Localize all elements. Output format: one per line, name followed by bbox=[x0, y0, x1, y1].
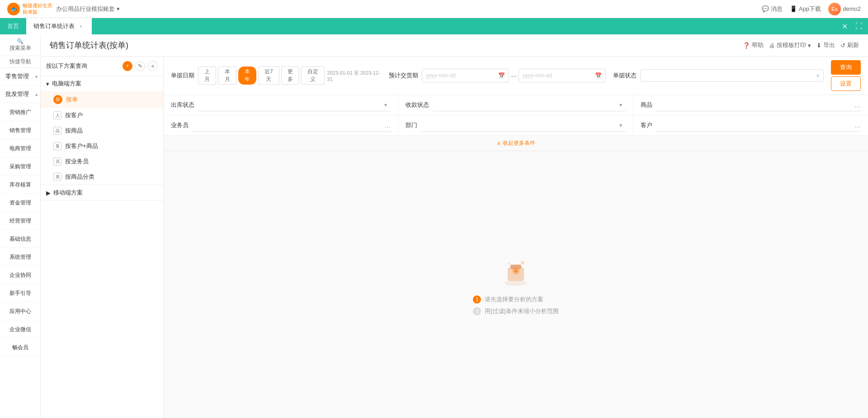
date-custom-btn[interactable]: 自定义 bbox=[301, 66, 325, 85]
scheme-item-by-order[interactable]: 按 按单 bbox=[41, 91, 163, 108]
sidebar-item-inventory[interactable]: 库存核算 bbox=[0, 176, 40, 194]
expand-view-btn[interactable]: ⛶ bbox=[854, 21, 864, 32]
scheme-panel: 按以下方案查询 + ✎ « ▾ 电脑端方案 bbox=[41, 57, 164, 418]
customer-cell: 客户 … bbox=[633, 115, 868, 135]
edit-scheme-btn[interactable]: ✎ bbox=[135, 61, 145, 71]
chevron-down-icon: ▾ bbox=[46, 81, 49, 87]
order-status-select[interactable]: ▾ bbox=[640, 69, 824, 82]
scheme-group-mobile-title[interactable]: ▶ 移动端方案 bbox=[41, 185, 163, 200]
page-title: 销售订单统计表(按单) bbox=[50, 40, 128, 56]
sidebar-item-marketing[interactable]: 营销推广 bbox=[0, 103, 40, 121]
tab-bar-actions: ✕ ⛶ bbox=[839, 21, 868, 32]
sidebar-item-sales[interactable]: 销售管理 bbox=[0, 121, 40, 139]
salesperson-input[interactable]: … bbox=[192, 119, 391, 132]
salesperson-cell: 业务员 … bbox=[164, 115, 398, 135]
tab-bar: 首页 销售订单统计表 × ✕ ⛶ bbox=[0, 18, 868, 34]
sidebar-item-basic[interactable]: 基础信息 bbox=[0, 230, 40, 248]
sidebar-item-retail[interactable]: 零售管理 ▾ bbox=[0, 68, 40, 86]
salesperson-label: 业务员 bbox=[171, 121, 189, 129]
dropdown-icon: ▾ bbox=[619, 102, 622, 108]
right-panel: 单据日期 上月 本月 本年 近7天 更多 自定义 2023-01-01 至 20… bbox=[164, 57, 868, 418]
print-btn[interactable]: 🖨 按模板打印 ▾ bbox=[769, 41, 811, 49]
scheme-icon-category: 类 bbox=[53, 173, 61, 181]
sidebar-item-appstore[interactable]: 应用中心 bbox=[0, 302, 40, 320]
sidebar-search[interactable]: 🔍 搜索菜单 bbox=[0, 34, 40, 56]
scheme-icon-cust-goods: 复 bbox=[53, 142, 61, 150]
scheme-panel-header: 按以下方案查询 + ✎ « bbox=[41, 57, 163, 76]
payment-status-select[interactable]: ▾ bbox=[433, 99, 625, 111]
sidebar-item-ecommerce[interactable]: 电商管理 bbox=[0, 139, 40, 157]
shipment-status-cell: 出库状态 ▾ bbox=[164, 95, 398, 115]
query-btn[interactable]: 查询 bbox=[831, 60, 861, 75]
expected-delivery-label: 预计交货期 bbox=[389, 71, 418, 80]
scheme-item-by-customer[interactable]: 人 按客户 bbox=[41, 108, 163, 123]
logo-icon: 🐟 bbox=[7, 3, 20, 15]
setting-btn[interactable]: 设置 bbox=[831, 76, 861, 91]
add-scheme-btn[interactable]: + bbox=[123, 61, 132, 71]
collapse-up-icon: ∧ bbox=[497, 140, 501, 147]
sidebar-item-newbie[interactable]: 新手引导 bbox=[0, 284, 40, 302]
department-cell: 部门 ▾ bbox=[398, 115, 633, 135]
tab-sales-order-stats[interactable]: 销售订单统计表 × bbox=[26, 18, 92, 34]
date-last-month-btn[interactable]: 上月 bbox=[198, 66, 216, 85]
calendar-icon-end: 📅 bbox=[595, 72, 602, 79]
department-select[interactable]: ▾ bbox=[421, 119, 625, 132]
app-download-btn[interactable]: 📱 App下载 bbox=[790, 5, 821, 13]
dropdown-arrow-icon: ▾ bbox=[816, 72, 820, 79]
avatar: Ea bbox=[828, 3, 841, 15]
split-view: 按以下方案查询 + ✎ « ▾ 电脑端方案 bbox=[41, 57, 868, 418]
date-this-year-btn[interactable]: 本年 bbox=[238, 66, 256, 85]
page-header: 销售订单统计表(按单) ❓ 帮助 🖨 按模板打印 ▾ ⬇ 导出 ↺ 刷新 bbox=[41, 34, 868, 57]
message-btn[interactable]: 💬 消息 bbox=[762, 5, 783, 13]
sidebar-item-enterprise[interactable]: 企业协同 bbox=[0, 266, 40, 284]
date-7days-btn[interactable]: 近7天 bbox=[258, 66, 279, 85]
export-btn[interactable]: ⬇ 导出 bbox=[816, 41, 835, 49]
payment-status-label: 收款状态 bbox=[406, 101, 429, 109]
delivery-date-end[interactable]: yyyy-mm-dd 📅 bbox=[519, 69, 606, 82]
customer-input[interactable]: … bbox=[656, 119, 861, 132]
collapse-scheme-btn[interactable]: « bbox=[148, 61, 158, 71]
order-status-label: 单据状态 bbox=[613, 71, 637, 80]
chevron-down-icon: ▾ bbox=[35, 74, 38, 79]
date-more-btn[interactable]: 更多 bbox=[281, 66, 299, 85]
scheme-icon-salesperson: 员 bbox=[53, 157, 61, 166]
department-label: 部门 bbox=[406, 121, 417, 129]
sidebar-item-system[interactable]: 系统管理 bbox=[0, 248, 40, 266]
scheme-item-by-customer-goods[interactable]: 复 按客户+商品 bbox=[41, 138, 163, 154]
scheme-item-by-salesperson[interactable]: 员 按业务员 bbox=[41, 154, 163, 169]
refresh-icon: ↺ bbox=[840, 42, 845, 49]
collapse-bar[interactable]: ∧ 收起更多条件 bbox=[164, 136, 868, 151]
top-bar-right: 💬 消息 📱 App下载 Ea demo2 bbox=[762, 3, 861, 15]
filter-group: 单据日期 上月 本月 本年 近7天 更多 自定义 2023-01-01 至 20… bbox=[164, 57, 868, 136]
scheme-group-pc: ▾ 电脑端方案 按 按单 人 按客户 品 按商品 bbox=[41, 76, 163, 185]
sidebar-item-operations[interactable]: 经营管理 bbox=[0, 212, 40, 230]
tab-home[interactable]: 首页 bbox=[0, 18, 26, 34]
scheme-group-pc-title[interactable]: ▾ 电脑端方案 bbox=[41, 76, 163, 91]
collapse-icon: « bbox=[151, 63, 155, 69]
scheme-item-by-goods[interactable]: 品 按商品 bbox=[41, 123, 163, 138]
help-btn[interactable]: ❓ 帮助 bbox=[743, 41, 764, 49]
sidebar-quick-nav[interactable]: 快捷导航 bbox=[0, 56, 40, 68]
scheme-icon-customer: 人 bbox=[53, 111, 61, 119]
goods-input[interactable]: … bbox=[656, 99, 861, 111]
scheme-panel-actions: + ✎ « bbox=[123, 61, 158, 71]
close-all-tabs-btn[interactable]: ✕ bbox=[839, 21, 850, 32]
filter-row-3: 业务员 … 部门 ▾ 客户 bbox=[164, 115, 868, 136]
more-icon-salesperson: … bbox=[384, 122, 391, 129]
sidebar-item-finance[interactable]: 资金管理 bbox=[0, 194, 40, 212]
shipment-status-select[interactable]: ▾ bbox=[198, 99, 391, 111]
empty-step-1: 1 请先选择要分析的方案 bbox=[473, 295, 558, 304]
app-title[interactable]: 办公用品行业模拟账套 ▾ bbox=[56, 5, 120, 13]
user-menu[interactable]: Ea demo2 bbox=[828, 3, 861, 15]
refresh-btn[interactable]: ↺ 刷新 bbox=[840, 41, 859, 49]
calendar-icon-start: 📅 bbox=[498, 72, 505, 79]
date-this-month-btn[interactable]: 本月 bbox=[218, 66, 236, 85]
tab-close-btn[interactable]: × bbox=[77, 23, 85, 30]
sidebar-item-wholesale[interactable]: 批发管理 ▴ bbox=[0, 86, 40, 103]
scheme-item-by-category[interactable]: 类 按商品分类 bbox=[41, 169, 163, 185]
dropdown-icon: ▾ bbox=[619, 122, 622, 128]
sidebar-item-purchase[interactable]: 采购管理 bbox=[0, 157, 40, 176]
sidebar-item-membership[interactable]: 畅会员 bbox=[0, 338, 40, 356]
sidebar-item-wechat[interactable]: 企业微信 bbox=[0, 320, 40, 338]
delivery-date-start[interactable]: yyyy-mm-dd 📅 bbox=[422, 69, 509, 82]
